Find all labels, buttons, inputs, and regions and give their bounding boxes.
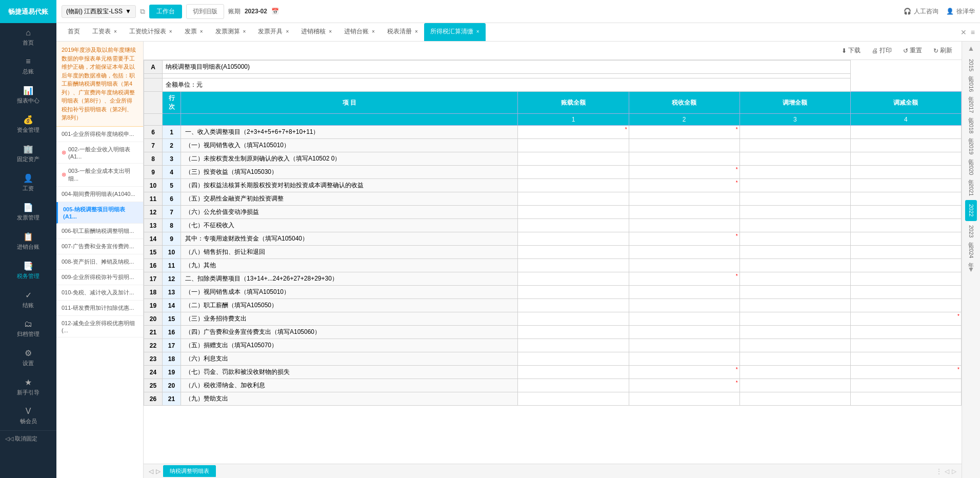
year-2020[interactable]: 2020年 xyxy=(965,158,977,179)
calendar-icon[interactable]: 📅 xyxy=(271,8,279,15)
tab-salary[interactable]: 工资表× xyxy=(86,23,123,41)
sidebar-item-finance[interactable]: 💰 资金管理 xyxy=(0,110,56,139)
unpin-button[interactable]: ◁◁ 取消固定 xyxy=(0,430,56,447)
tab-close-in-out-check[interactable]: × xyxy=(329,29,332,34)
reset-button[interactable]: ↺ 重置 xyxy=(900,45,925,56)
sheet-container[interactable]: A 纳税调整项目明细表(A105000) 全额单位：元 xyxy=(144,60,962,464)
sheet-tab-main[interactable]: 纳税调整明细表 xyxy=(163,465,216,477)
sidebar-item-vip[interactable]: V 畅会员 xyxy=(0,402,56,430)
year-panel: ▲ 2015年 2016年 2017年 2018年 2019年 2020年 20… xyxy=(962,42,980,478)
year-2015[interactable]: 2015年 xyxy=(965,55,977,75)
file-item-007[interactable]: 007-广告费和业务宣传费跨... xyxy=(56,239,143,254)
reset-icon: ↺ xyxy=(903,47,908,54)
file-item-012[interactable]: 012-减免企业所得税优惠明细(... xyxy=(56,316,143,337)
tab-close-salary-report[interactable]: × xyxy=(169,29,172,34)
sidebar-item-tax[interactable]: 📑 税务管理 xyxy=(0,256,56,285)
sidebar-item-settle[interactable]: ✓ 结账 xyxy=(0,285,56,314)
tab-in-out-check[interactable]: 进销稽核× xyxy=(295,23,338,41)
sidebar-item-home[interactable]: ⌂ 首页 xyxy=(0,23,56,52)
col-header-item: 项 目 xyxy=(181,92,518,114)
file-item-010[interactable]: 010-免税、减计收入及加计... xyxy=(56,285,143,301)
sidebar-item-ledger[interactable]: ≡ 总账 xyxy=(0,52,56,81)
year-2019[interactable]: 2019年 xyxy=(965,138,977,158)
tab-income-tax[interactable]: 所得税汇算清缴× xyxy=(424,23,486,41)
file-item-004[interactable]: 004-期间费用明细表(A1040... xyxy=(56,187,143,202)
user-menu[interactable]: 👤 徐泽华 xyxy=(946,7,975,16)
table-row: 105（四）按权益法核算长期股权投资对初始投资成本调整确认的收益* xyxy=(144,179,962,192)
switch-old-button[interactable]: 切到旧版 xyxy=(186,4,224,19)
file-item-002[interactable]: ⊗002-一般企业收入明细表(A1... xyxy=(56,142,143,164)
finance-icon: 💰 xyxy=(23,115,33,125)
col-header-c1: 账载全额 xyxy=(518,92,629,114)
company-selector[interactable]: (物副) 江西股宝-LSS ▼ xyxy=(62,5,136,18)
more-tabs-icon[interactable]: ≡ xyxy=(971,28,975,36)
refresh-button[interactable]: ↻ 刷新 xyxy=(930,45,955,56)
tab-invoice-open[interactable]: 发票开具× xyxy=(252,23,295,41)
year-2018[interactable]: 2018年 xyxy=(965,117,977,137)
tab-close-tax-list[interactable]: × xyxy=(415,29,418,34)
download-button[interactable]: ⬇ 下载 xyxy=(838,45,864,56)
tab-close-in-out-ledger[interactable]: × xyxy=(372,29,375,34)
topbar: (物副) 江西股宝-LSS ▼ ⧉ 工作台 切到旧版 账期 2023-02 📅 … xyxy=(56,0,980,23)
data-table: A 纳税调整项目明细表(A105000) 全额单位：元 xyxy=(144,60,962,406)
close-all-icon[interactable]: ✕ xyxy=(961,28,967,36)
file-item-003[interactable]: ⊗003-一般企业成本支出明细... xyxy=(56,164,143,187)
sidebar-item-archive[interactable]: 🗂 归档管理 xyxy=(0,314,56,343)
tab-tax-list[interactable]: 税表清册× xyxy=(381,23,424,41)
col-header-c4: 调减全额 xyxy=(850,92,961,114)
tab-home[interactable]: 首页 xyxy=(62,23,86,41)
prev-sheet-icon[interactable]: ◁ xyxy=(149,468,153,475)
tab-close-invoice-open[interactable]: × xyxy=(286,29,289,34)
archive-icon: 🗂 xyxy=(24,320,32,329)
file-panel: 2019年度涉及取以前年度继续数据的申报表单元格需要手工维护正确，才能保证本年及… xyxy=(56,42,144,478)
file-item-009[interactable]: 009-企业所得税弥补亏损明... xyxy=(56,270,143,285)
period-label: 账期 xyxy=(228,7,241,16)
sidebar-item-guide[interactable]: ★ 新手引导 xyxy=(0,372,56,402)
file-item-008[interactable]: 008-资产折旧、摊销及纳税... xyxy=(56,254,143,270)
table-row: 2116（四）广告费和业务宣传费支出（填写A105060） xyxy=(144,326,962,339)
pin-icon: ◁◁ xyxy=(5,435,13,442)
sidebar-item-sales[interactable]: 📋 进销台账 xyxy=(0,227,56,256)
col-header-c3: 调增全额 xyxy=(739,92,850,114)
sidebar-item-salary[interactable]: 👤 工资 xyxy=(0,168,56,197)
tab-close-invoice-calc[interactable]: × xyxy=(243,29,246,34)
topbar-right: 🎧 人工咨询 👤 徐泽华 xyxy=(904,7,975,16)
file-item-011[interactable]: 011-研发费用加计扣除优惠... xyxy=(56,301,143,316)
tab-salary-report[interactable]: 工资统计报表× xyxy=(123,23,178,41)
sidebar-item-invoice[interactable]: 📄 发票管理 xyxy=(0,197,56,227)
file-list: 001-企业所得税年度纳税申... ⊗002-一般企业收入明细表(A1... ⊗… xyxy=(56,127,143,337)
table-row: 2318（六）利息支出 xyxy=(144,352,962,366)
next-sheet-icon[interactable]: ▷ xyxy=(156,468,161,475)
year-scroll-down[interactable]: ▼ xyxy=(965,263,977,276)
year-2024[interactable]: 2024年 xyxy=(965,242,977,262)
tab-close-income-tax[interactable]: × xyxy=(476,29,479,34)
year-2022[interactable]: 2022年 xyxy=(965,200,977,221)
file-item-005[interactable]: 005-纳税调整项目明细表(A1... xyxy=(56,202,143,224)
tab-close-invoice[interactable]: × xyxy=(200,29,203,34)
tab-in-out-ledger[interactable]: 进销台账× xyxy=(338,23,381,41)
file-item-001[interactable]: 001-企业所得税年度纳税申... xyxy=(56,127,143,142)
sidebar-item-report[interactable]: 📊 报表中心 xyxy=(0,81,56,110)
year-2017[interactable]: 2017年 xyxy=(965,96,977,117)
table-row: 138（七）不征税收入 xyxy=(144,219,962,232)
tab-close-salary[interactable]: × xyxy=(114,29,117,34)
table-row: 2419（七）罚金、罚款和被没收财物的损失** xyxy=(144,366,962,379)
table-row: 127（六）公允价值变动净损益 xyxy=(144,206,962,219)
sidebar-item-settings[interactable]: ⚙ 设置 xyxy=(0,343,56,372)
year-scroll-up[interactable]: ▲ xyxy=(965,42,977,55)
chevron-down-icon: ▼ xyxy=(125,8,131,15)
tab-invoice-calc[interactable]: 发票测算× xyxy=(209,23,252,41)
support-link[interactable]: 🎧 人工咨询 xyxy=(904,7,938,16)
year-2016[interactable]: 2016年 xyxy=(965,75,977,96)
print-button[interactable]: 🖨 打印 xyxy=(869,45,895,56)
col-a-label: A xyxy=(144,61,163,74)
year-2021[interactable]: 2021年 xyxy=(965,180,977,200)
year-2023[interactable]: 2023年 xyxy=(965,221,977,242)
tab-invoice[interactable]: 发票× xyxy=(178,23,209,41)
workbench-button[interactable]: 工作台 xyxy=(149,5,182,18)
sidebar-item-assets[interactable]: 🏢 固定资产 xyxy=(0,139,56,168)
copy-icon[interactable]: ⧉ xyxy=(140,7,145,16)
settle-icon: ✓ xyxy=(25,290,32,300)
file-item-006[interactable]: 006-职工薪酬纳税调整明细... xyxy=(56,224,143,239)
download-icon: ⬇ xyxy=(842,47,847,54)
